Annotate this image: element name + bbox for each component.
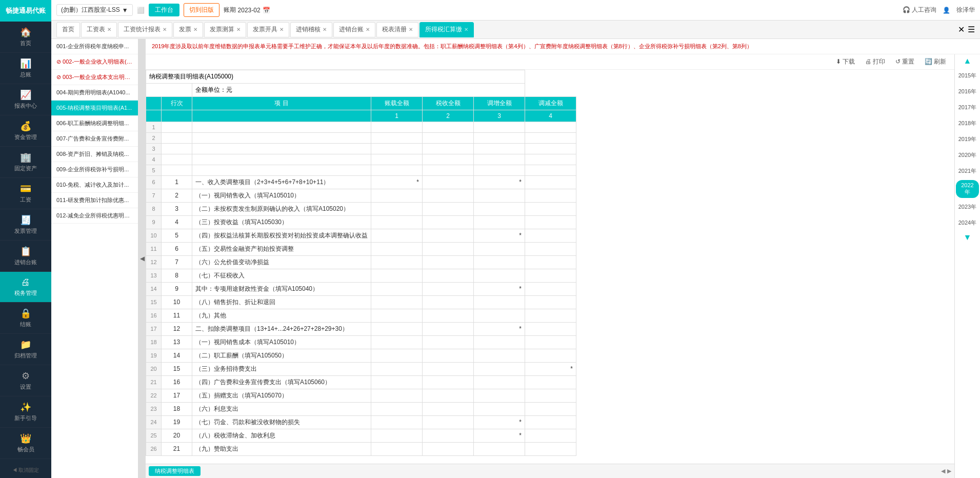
sidebar-item-assets[interactable]: 🏢固定资产	[0, 147, 51, 178]
year-item-2018年[interactable]: 2018年	[955, 115, 980, 131]
sidebar-footer[interactable]: ◀ 取消固定	[0, 463, 51, 478]
tab-6[interactable]: 进销稽核✕	[290, 22, 332, 37]
cell-d-13[interactable]	[423, 269, 474, 282]
cell-e-8[interactable]	[474, 202, 525, 215]
cell-c-17[interactable]	[371, 322, 423, 335]
cell-c-18[interactable]	[371, 335, 423, 349]
reset-button[interactable]: ↺ 重置	[892, 56, 917, 67]
cell-e-16[interactable]	[474, 309, 525, 322]
cell-f-8[interactable]	[525, 202, 576, 215]
cell-e-25[interactable]: *	[474, 429, 525, 442]
cell-c-22[interactable]	[371, 389, 423, 402]
tab-close-7[interactable]: ✕	[366, 27, 370, 32]
cell-d-8[interactable]	[423, 202, 474, 215]
cell-d-16[interactable]	[423, 309, 474, 322]
year-item-2016年[interactable]: 2016年	[955, 84, 980, 99]
cell-c-9[interactable]	[371, 215, 423, 229]
cell-e-21[interactable]	[474, 375, 525, 389]
cell-c-26[interactable]	[371, 442, 423, 455]
cell-d-17[interactable]	[423, 322, 474, 335]
cell-d-21[interactable]	[423, 375, 474, 389]
sidebar-item-inbound[interactable]: 📋进销台账	[0, 241, 51, 272]
cell-e-13[interactable]	[474, 269, 525, 282]
tab-4[interactable]: 发票测算✕	[204, 22, 246, 37]
cell-f-25[interactable]	[525, 429, 576, 442]
row-item-8[interactable]: （二）未按权责发生制原则确认的收入（填写A105020）	[192, 202, 371, 215]
tab-1[interactable]: 工资表✕	[81, 22, 117, 37]
calendar-icon[interactable]: 📅	[263, 7, 270, 14]
download-button[interactable]: ⬇ 下载	[833, 56, 858, 67]
tab-close-5[interactable]: ✕	[279, 27, 284, 32]
cell-c-13[interactable]	[371, 269, 423, 282]
year-item-2024年[interactable]: 2024年	[955, 215, 980, 231]
cell-e-23[interactable]	[474, 402, 525, 415]
year-up-icon[interactable]: ▲	[962, 54, 974, 68]
cell-d-7[interactable]	[423, 189, 474, 202]
workbench-button[interactable]: 工作台	[149, 4, 179, 16]
tab-2[interactable]: 工资统计报表✕	[118, 22, 172, 37]
more-icon[interactable]: ☰	[968, 25, 975, 34]
cell-f-7[interactable]	[525, 189, 576, 202]
sidebar-item-close[interactable]: 🔒结账	[0, 303, 51, 334]
cell-f-21[interactable]	[525, 375, 576, 389]
left-nav-item-2[interactable]: ⊘ 003-一般企业成本支出明细...	[51, 70, 138, 85]
cell-f-19[interactable]	[525, 349, 576, 362]
left-nav-item-5[interactable]: 006-职工薪酬纳税调整明细...	[51, 116, 138, 131]
year-item-2022年[interactable]: 2022年	[956, 180, 979, 198]
cell-f-6[interactable]	[525, 175, 576, 189]
cell-e-24[interactable]: *	[474, 415, 525, 429]
cell-c-25[interactable]	[371, 429, 423, 442]
cell-c-10[interactable]	[371, 229, 423, 242]
cell-d-14[interactable]	[423, 282, 474, 295]
row-item-25[interactable]: （八）税收滞纳金、加收利息	[192, 429, 371, 442]
tab-0[interactable]: 首页	[56, 22, 80, 37]
cell-c-19[interactable]	[371, 349, 423, 362]
cell-f-15[interactable]	[525, 295, 576, 309]
cell-d-26[interactable]	[423, 442, 474, 455]
cell-d-11[interactable]	[423, 242, 474, 255]
row-item-23[interactable]: （六）利息支出	[192, 402, 371, 415]
scroll-right-icon[interactable]: ▶	[947, 468, 951, 474]
cell-f-14[interactable]	[525, 282, 576, 295]
left-nav-item-8[interactable]: 009-企业所得税弥补亏损明...	[51, 162, 138, 177]
year-item-2017年[interactable]: 2017年	[955, 99, 980, 115]
sidebar-item-capital[interactable]: 💰资金管理	[0, 115, 51, 147]
tab-close-8[interactable]: ✕	[409, 27, 413, 32]
cell-c-7[interactable]	[371, 189, 423, 202]
cell-f-17[interactable]	[525, 322, 576, 335]
cell-d-10[interactable]	[423, 229, 474, 242]
cell-d-12[interactable]	[423, 255, 474, 269]
row-item-11[interactable]: （五）交易性金融资产初始投资调整	[192, 242, 371, 255]
cell-e-11[interactable]	[474, 242, 525, 255]
cell-c-21[interactable]	[371, 375, 423, 389]
cell-c-12[interactable]	[371, 255, 423, 269]
row-item-13[interactable]: （七）不征税收入	[192, 269, 371, 282]
cell-c-20[interactable]	[371, 362, 423, 375]
row-item-26[interactable]: （九）赞助支出	[192, 442, 371, 455]
cell-d-18[interactable]	[423, 335, 474, 349]
sidebar-item-ledger[interactable]: 📊总账	[0, 53, 51, 84]
row-item-22[interactable]: （五）捐赠支出（填写A105070）	[192, 389, 371, 402]
row-item-15[interactable]: （八）销售折扣、折让和退回	[192, 295, 371, 309]
username[interactable]: 徐泽华	[956, 6, 975, 14]
row-item-20[interactable]: （三）业务招待费支出	[192, 362, 371, 375]
print-button[interactable]: 🖨 打印	[862, 56, 888, 67]
cell-e-9[interactable]	[474, 215, 525, 229]
bottom-tab-0[interactable]: 纳税调整明细表	[149, 466, 201, 476]
cell-c-6[interactable]: *	[371, 175, 423, 189]
close-window-icon[interactable]: ✕	[958, 25, 965, 34]
left-nav-item-4[interactable]: 005-纳税调整项目明细表(A1...	[51, 101, 138, 116]
sidebar-item-salary[interactable]: 💳工资	[0, 178, 51, 209]
cell-c-23[interactable]	[371, 402, 423, 415]
tab-close-4[interactable]: ✕	[236, 27, 241, 32]
cell-c-16[interactable]	[371, 309, 423, 322]
cell-f-9[interactable]	[525, 215, 576, 229]
row-item-18[interactable]: （一）视同销售成本（填写A105010）	[192, 335, 371, 349]
cell-e-19[interactable]	[474, 349, 525, 362]
consult-link[interactable]: 🎧 人工咨询	[903, 6, 936, 14]
cell-c-14[interactable]	[371, 282, 423, 295]
left-nav-item-1[interactable]: ⊘ 002-一般企业收入明细表(A1...	[51, 54, 138, 70]
sidebar-item-archive[interactable]: 📁归档管理	[0, 334, 51, 365]
tab-close-6[interactable]: ✕	[323, 27, 327, 32]
row-item-17[interactable]: 二、扣除类调整项目（13+14+...24+26+27+28+29+30）	[192, 322, 371, 335]
